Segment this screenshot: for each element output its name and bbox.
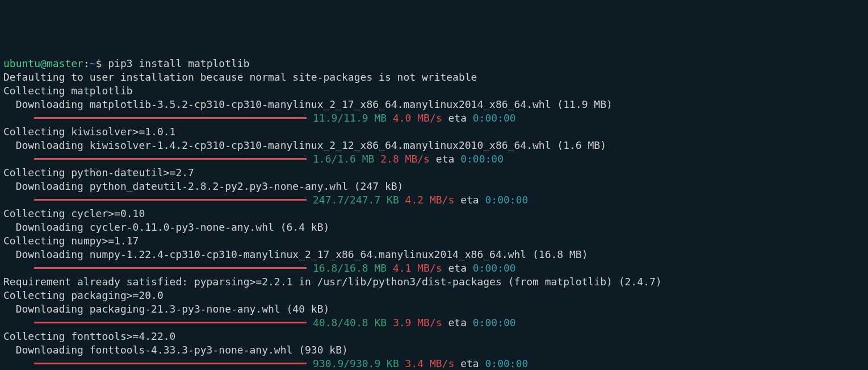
output-line: Collecting numpy>=1.17 xyxy=(3,235,139,247)
terminal-output[interactable]: ubuntu@master:~$ pip3 install matplotlib… xyxy=(3,57,865,370)
progress-line-dateutil: 247.7/247.7 KB 4.2 MB/s eta 0:00:00 xyxy=(3,194,528,206)
output-line: Collecting fonttools>=4.22.0 xyxy=(3,330,175,342)
progress-line-numpy: 16.8/16.8 MB 4.1 MB/s eta 0:00:00 xyxy=(3,262,516,274)
output-line: Downloading matplotlib-3.5.2-cp310-cp310… xyxy=(3,98,613,110)
progress-eta: 0:00:00 xyxy=(460,153,504,165)
output-line: Defaulting to user installation because … xyxy=(3,71,477,83)
output-line: Collecting kiwisolver>=1.0.1 xyxy=(3,126,175,138)
progress-eta: 0:00:00 xyxy=(485,194,529,206)
progress-bar xyxy=(34,267,307,269)
output-line: Collecting packaging>=20.0 xyxy=(3,289,163,301)
output-line: Collecting cycler>=0.10 xyxy=(3,207,145,219)
progress-eta: 0:00:00 xyxy=(473,317,516,329)
prompt-at: @ xyxy=(40,57,47,69)
progress-bar xyxy=(34,363,307,364)
progress-size: 16.8/16.8 MB xyxy=(313,262,387,274)
progress-eta-label: eta xyxy=(448,317,467,329)
prompt-dollar: $ xyxy=(96,57,108,69)
progress-eta: 0:00:00 xyxy=(485,357,529,369)
progress-line-fonttools: 930.9/930.9 KB 3.4 MB/s eta 0:00:00 xyxy=(3,357,528,369)
progress-eta-label: eta xyxy=(460,194,479,206)
progress-eta-label: eta xyxy=(460,357,479,369)
output-line: Requirement already satisfied: pyparsing… xyxy=(3,276,662,288)
output-line: Downloading fonttools-4.33.3-py3-none-an… xyxy=(3,344,348,356)
progress-line-packaging: 40.8/40.8 KB 3.9 MB/s eta 0:00:00 xyxy=(3,317,516,329)
progress-speed: 3.9 MB/s xyxy=(393,317,442,329)
progress-eta-label: eta xyxy=(436,153,455,165)
progress-indent xyxy=(3,357,34,369)
progress-bar xyxy=(34,117,307,119)
output-line: Collecting python-dateutil>=2.7 xyxy=(3,167,194,178)
progress-speed: 4.2 MB/s xyxy=(405,194,455,206)
progress-indent xyxy=(3,262,34,274)
progress-size: 247.7/247.7 KB xyxy=(313,194,399,206)
progress-size: 930.9/930.9 KB xyxy=(313,357,399,369)
progress-bar xyxy=(34,158,307,160)
output-line: Downloading cycler-0.11.0-py3-none-any.w… xyxy=(3,221,329,233)
progress-eta: 0:00:00 xyxy=(473,262,516,274)
prompt-colon: : xyxy=(83,57,90,69)
progress-size: 40.8/40.8 KB xyxy=(313,317,387,329)
prompt-host: master xyxy=(47,57,83,69)
output-line: Downloading packaging-21.3-py3-none-any.… xyxy=(3,303,329,315)
progress-size: 11.9/11.9 MB xyxy=(313,112,387,124)
progress-bar xyxy=(34,199,307,201)
output-line: Downloading numpy-1.22.4-cp310-cp310-man… xyxy=(3,248,588,260)
progress-speed: 4.0 MB/s xyxy=(393,112,442,124)
command-text: pip3 install matplotlib xyxy=(108,57,249,69)
progress-eta-label: eta xyxy=(448,112,467,124)
progress-eta-label: eta xyxy=(448,262,467,274)
prompt-user: ubuntu xyxy=(3,57,40,69)
progress-indent xyxy=(3,112,34,124)
progress-line-kiwisolver: 1.6/1.6 MB 2.8 MB/s eta 0:00:00 xyxy=(3,153,504,165)
progress-indent xyxy=(3,153,34,165)
progress-speed: 4.1 MB/s xyxy=(393,262,442,274)
output-line: Collecting matplotlib xyxy=(3,85,133,97)
progress-speed: 3.4 MB/s xyxy=(405,357,455,369)
progress-indent xyxy=(3,317,34,329)
progress-line-matplotlib: 11.9/11.9 MB 4.0 MB/s eta 0:00:00 xyxy=(3,112,516,124)
prompt-path: ~ xyxy=(90,57,96,69)
progress-bar xyxy=(34,322,307,323)
output-line: Downloading kiwisolver-1.4.2-cp310-cp310… xyxy=(3,139,606,151)
output-line: Downloading python_dateutil-2.8.2-py2.py… xyxy=(3,180,403,192)
progress-indent xyxy=(3,194,34,206)
prompt-line: ubuntu@master:~$ pip3 install matplotlib xyxy=(3,57,250,69)
progress-eta: 0:00:00 xyxy=(473,112,516,124)
progress-size: 1.6/1.6 MB xyxy=(313,153,374,165)
progress-speed: 2.8 MB/s xyxy=(380,153,430,165)
